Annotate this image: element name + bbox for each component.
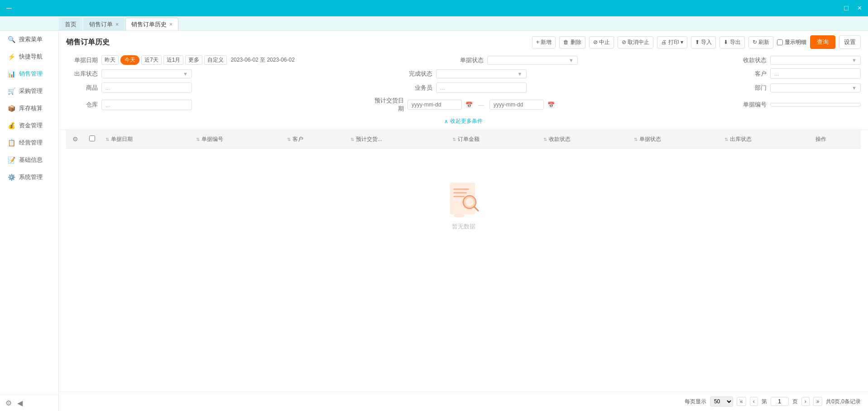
system-mgmt-icon: ⚙️ [7, 174, 15, 181]
refresh-btn-label: ↻ 刷新 [753, 39, 769, 46]
finance-icon: 💰 [7, 122, 15, 129]
page-goto-label: 第 [762, 398, 767, 406]
custom-btn[interactable]: 自定义 [204, 55, 227, 65]
calendar-from-icon[interactable]: 📅 [465, 102, 473, 108]
cancel-stop-btn[interactable]: ⊘ 取消中止 [618, 36, 653, 48]
calendar-to-icon[interactable]: 📅 [547, 102, 555, 108]
order-status-select[interactable]: ▼ [487, 56, 578, 65]
table-settings-btn[interactable]: ⚙ [71, 134, 80, 145]
sidebar-item-basic-info[interactable]: 📝 基础信息 [0, 151, 58, 169]
operations-icon: 📋 [7, 139, 15, 146]
per-page-label: 每页显示 [685, 398, 706, 406]
col-out-status[interactable]: ⇅ 出库状态 [720, 130, 810, 149]
show-detail-input[interactable] [777, 39, 783, 45]
tab-sales-order-history[interactable]: 销售订单历史 × [125, 18, 178, 30]
import-btn[interactable]: ⬆ 导入 [691, 36, 716, 48]
col-customer[interactable]: ⇅ 客户 [283, 130, 346, 149]
collapse-btn[interactable]: ∧ 收起更多条件 [444, 116, 483, 126]
quick-nav-icon: ⚡ [7, 53, 15, 60]
last7-btn[interactable]: 近7天 [141, 55, 162, 65]
sidebar-item-operations[interactable]: 📋 经营管理 [0, 134, 58, 151]
col-order-no[interactable]: ⇅ 单据编号 [192, 130, 282, 149]
show-detail-checkbox[interactable]: 显示明细 [777, 39, 806, 46]
yesterday-btn[interactable]: 昨天 [101, 55, 119, 65]
sidebar-item-operations-label: 经营管理 [19, 139, 43, 147]
customer-dots: ... [774, 70, 779, 77]
sidebar-item-inventory-label: 库存核算 [19, 104, 43, 112]
col-date-label: 单据日期 [111, 135, 133, 143]
dept-select[interactable]: ▼ [770, 83, 861, 92]
customer-select[interactable]: ... [770, 68, 861, 79]
export-btn[interactable]: ⬇ 导出 [719, 36, 744, 48]
first-page-btn[interactable]: « [737, 397, 746, 406]
settings-btn-label: 设置 [844, 38, 856, 46]
sidebar-item-sales-mgmt[interactable]: 📊 销售管理 [0, 65, 58, 82]
warehouse-select[interactable]: ... [101, 100, 192, 110]
filter-row-4: 仓库 ... 预计交货日期 📅 — 📅 单据编号 [66, 97, 861, 113]
sales-mgmt-icon: 📊 [7, 70, 15, 77]
tab-sales-order-history-close[interactable]: × [169, 21, 173, 28]
settings-btn[interactable]: 设置 [839, 35, 861, 49]
col-expected-date[interactable]: ⇅ 预计交货... [346, 130, 448, 149]
last1m-btn[interactable]: 近1月 [163, 55, 184, 65]
col-amount[interactable]: ⇅ 订单金额 [448, 130, 538, 149]
sidebar: 🔍 搜索菜单 ⚡ 快捷导航 📊 销售管理 🛒 采购管理 📦 库存核算 💰 资金管… [0, 31, 59, 411]
sidebar-item-finance[interactable]: 💰 资金管理 [0, 117, 58, 134]
per-page-select[interactable]: 50 10 20 100 [710, 396, 733, 406]
sidebar-item-inventory[interactable]: 📦 库存核算 [0, 100, 58, 117]
show-detail-label: 显示明细 [785, 39, 806, 46]
sidebar-collapse-btn[interactable]: ◀ [17, 399, 23, 407]
sidebar-item-quick-nav[interactable]: ⚡ 快捷导航 [0, 48, 58, 65]
svg-rect-1 [453, 189, 469, 190]
sidebar-item-purchase-mgmt[interactable]: 🛒 采购管理 [0, 82, 58, 100]
complete-label: 完成状态 [401, 70, 432, 78]
order-no-input[interactable] [770, 103, 861, 106]
complete-select[interactable]: ▼ [436, 69, 527, 78]
tab-sales-order-close[interactable]: × [115, 21, 119, 28]
page-input[interactable] [771, 397, 789, 406]
refresh-btn[interactable]: ↻ 刷新 [748, 36, 773, 48]
more-btn[interactable]: 更多 [185, 55, 202, 65]
dept-label: 部门 [735, 84, 767, 92]
svg-point-5 [465, 198, 474, 206]
col-expected-date-label: 预计交货... [356, 135, 382, 143]
stop-btn[interactable]: ⊘ 中止 [589, 36, 614, 48]
product-dots: ... [106, 84, 110, 91]
minimize-btn[interactable]: ─ [4, 3, 14, 13]
out-stock-select[interactable]: ▼ [101, 69, 192, 78]
filter-area: 单据日期 昨天 今天 近7天 近1月 更多 [59, 52, 868, 130]
sidebar-item-sales-mgmt-label: 销售管理 [19, 70, 43, 78]
col-date[interactable]: ⇅ 单据日期 [101, 130, 192, 149]
select-all-checkbox[interactable] [89, 135, 95, 141]
salesman-select[interactable]: ... [436, 82, 527, 93]
prev-page-btn[interactable]: ‹ [750, 397, 758, 406]
maximize-btn[interactable]: □ [841, 3, 851, 13]
print-btn-label: 🖨 打印 ▾ [661, 39, 683, 46]
print-btn[interactable]: 🖨 打印 ▾ [657, 36, 687, 48]
date-from-input[interactable] [408, 100, 462, 110]
last-page-btn[interactable]: » [813, 397, 823, 406]
pay-status-select[interactable]: ▼ [770, 56, 861, 65]
next-page-btn[interactable]: › [801, 397, 810, 406]
today-btn[interactable]: 今天 [120, 55, 139, 65]
tab-sales-order[interactable]: 销售订单 × [83, 18, 125, 30]
date-label: 单据日期 [66, 56, 98, 64]
close-btn[interactable]: × [855, 3, 864, 13]
new-btn[interactable]: + 新增 [532, 36, 556, 48]
sidebar-item-system-mgmt[interactable]: ⚙️ 系统管理 [0, 169, 58, 186]
date-to-input[interactable] [489, 100, 544, 110]
delete-btn[interactable]: 🗑 删除 [559, 36, 585, 48]
col-order-status[interactable]: ⇅ 单据状态 [629, 130, 720, 149]
customer-label: 客户 [735, 70, 767, 78]
sidebar-item-search-menu[interactable]: 🔍 搜索菜单 [0, 31, 58, 48]
product-select[interactable]: ... [101, 82, 192, 93]
tab-home-label: 首页 [65, 20, 77, 29]
query-btn[interactable]: 查询 [810, 35, 835, 49]
tab-home[interactable]: 首页 [59, 18, 82, 30]
salesman-dots: ... [440, 84, 445, 91]
col-pay-status[interactable]: ⇅ 收款状态 [539, 130, 629, 149]
total-label: 共0页,0条记录 [826, 398, 861, 406]
empty-state: 暂无数据 [66, 149, 861, 258]
sidebar-settings-btn[interactable]: ⚙ [5, 399, 12, 407]
out-stock-label: 出库状态 [66, 70, 98, 78]
